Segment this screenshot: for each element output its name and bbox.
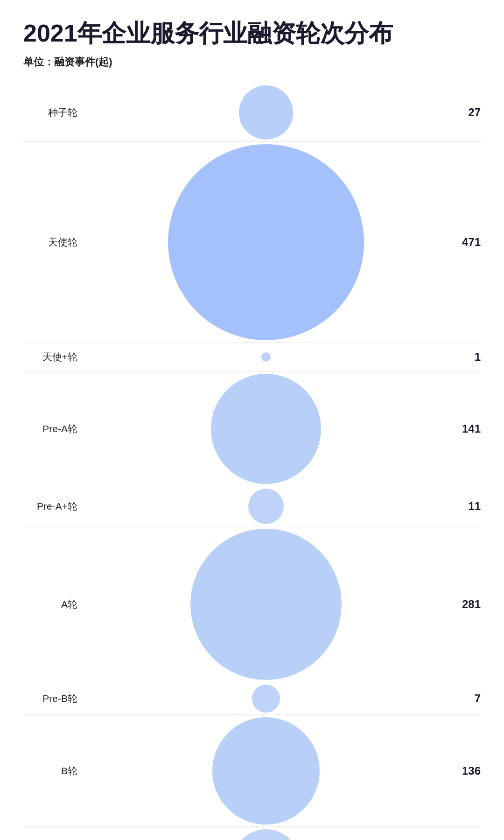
table-row: 天使轮471 — [23, 142, 481, 343]
row-label: A轮 — [23, 598, 89, 611]
bubble-cell — [89, 526, 443, 682]
table-row: A轮281 — [23, 526, 481, 682]
row-value: 281 — [443, 598, 481, 611]
table-row: Pre-A轮141 — [23, 371, 481, 486]
row-label: 天使+轮 — [23, 350, 89, 364]
bubble — [248, 489, 284, 524]
bubble — [211, 374, 321, 484]
row-value: 7 — [443, 692, 481, 705]
subtitle: 单位：融资事件(起) — [23, 55, 481, 69]
bubble — [252, 685, 280, 713]
row-value: 136 — [443, 764, 481, 777]
row-value: 141 — [443, 422, 481, 435]
bubble-cell — [89, 715, 443, 827]
table-row: Pre-A+轮11 — [23, 486, 481, 526]
unit-label: 单位： — [23, 56, 54, 68]
bubble-cell — [89, 682, 443, 715]
bubble-cell — [89, 343, 443, 371]
bubble-cell — [89, 486, 443, 526]
bubble-cell — [89, 83, 443, 142]
table-row: 种子轮27 — [23, 83, 481, 142]
main-title: 2021年企业服务行业融资轮次分布 — [23, 19, 481, 48]
row-value: 1 — [443, 350, 481, 364]
bubble-cell — [89, 371, 443, 486]
unit-value: 融资事件(起) — [54, 56, 112, 68]
row-label: 天使轮 — [23, 236, 89, 249]
bubble — [261, 352, 271, 362]
page-container: 2021年企业服务行业融资轮次分布 单位：融资事件(起) 种子轮27天使轮471… — [0, 0, 504, 840]
row-label: Pre-B轮 — [23, 692, 89, 705]
table-row: B+轮50 — [23, 827, 481, 840]
row-value: 27 — [443, 106, 481, 119]
bubble — [239, 85, 293, 140]
table-row: 天使+轮1 — [23, 343, 481, 371]
table-row: B轮136 — [23, 715, 481, 827]
bubble-cell — [89, 142, 443, 343]
bubble-cell — [89, 827, 443, 840]
row-value: 11 — [443, 500, 481, 513]
bubble — [212, 717, 320, 825]
row-label: 种子轮 — [23, 106, 89, 119]
row-label: Pre-A轮 — [23, 422, 89, 435]
bubble — [232, 829, 300, 840]
row-value: 471 — [443, 236, 481, 249]
row-label: B轮 — [23, 764, 89, 777]
table-row: Pre-B轮7 — [23, 682, 481, 715]
bubble — [168, 144, 364, 340]
chart-area: 种子轮27天使轮471天使+轮1Pre-A轮141Pre-A+轮11A轮281P… — [23, 83, 481, 840]
row-label: Pre-A+轮 — [23, 500, 89, 513]
bubble — [190, 529, 342, 680]
